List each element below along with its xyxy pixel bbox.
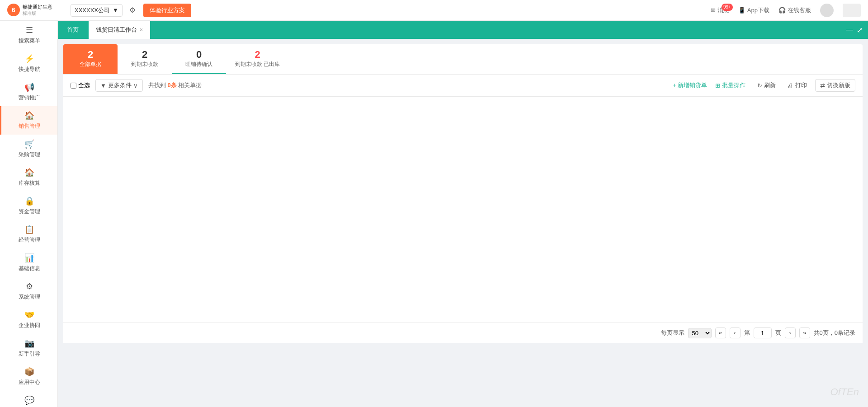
- quick-nav-icon: ⚡: [24, 54, 34, 64]
- header-right: ✉ 消息 99+ 📱 App下载 🎧 在线客服: [711, 4, 861, 17]
- sidebar-item-marketing[interactable]: 📢 营销推广: [0, 78, 57, 106]
- sidebar-label-basicinfo: 基础信息: [19, 265, 40, 272]
- page-input[interactable]: [754, 327, 772, 338]
- print-button[interactable]: 🖨 打印: [784, 80, 811, 91]
- summary-tab-overdue-out[interactable]: 2 到期未收款 已出库: [226, 44, 289, 74]
- select-all-label: 全选: [78, 81, 90, 89]
- active-tab-label: 钱货日清工作台: [96, 26, 137, 34]
- new-order-button[interactable]: + 新增销货单: [673, 81, 707, 89]
- toolbar: 全选 ▼ 更多条件 ∨ 共找到 0条 相关单据 + 新增销货单 ⊞ 批量操作 ↻…: [63, 75, 863, 97]
- sidebar-item-appcenter[interactable]: 📦 应用中心: [0, 362, 57, 391]
- tab-overdue-out-label: 到期未收款 已出库: [235, 61, 280, 68]
- sidebar-label-marketing: 营销推广: [19, 94, 40, 102]
- filter-label: 更多条件: [108, 81, 132, 89]
- page-suffix: 页: [775, 329, 781, 337]
- batch-op-button[interactable]: ⊞ 批量操作: [712, 80, 749, 91]
- sidebar-item-wechat[interactable]: 💬 企业微信: [0, 391, 57, 407]
- tab-close-button[interactable]: ×: [140, 27, 143, 33]
- empty-state: [63, 97, 863, 277]
- messages-badge: 99+: [722, 4, 733, 11]
- messages-button[interactable]: ✉ 消息 99+: [711, 6, 729, 14]
- tab-expand-button[interactable]: ⤢: [857, 26, 863, 34]
- sidebar-item-quicknav[interactable]: ⚡ 快捷导航: [0, 49, 57, 78]
- sidebar-item-sales[interactable]: 🏠 销售管理: [0, 106, 57, 135]
- switch-version-button[interactable]: ⇄ 切换新版: [815, 79, 855, 92]
- online-service-button[interactable]: 🎧 在线客服: [778, 6, 811, 14]
- summary-tab-overdue[interactable]: 2 到期未收款: [118, 44, 172, 74]
- sidebar-label-finance: 资金管理: [19, 208, 40, 215]
- filter-chevron: ∨: [133, 82, 138, 89]
- tab-active[interactable]: 钱货日清工作台 ×: [89, 21, 150, 39]
- guide-icon: 📷: [24, 338, 34, 348]
- system-icon: ⚙: [26, 281, 33, 291]
- summary-tab-pending[interactable]: 0 旺铺待确认: [172, 44, 226, 74]
- select-all-checkbox[interactable]: 全选: [71, 81, 90, 89]
- tab-home[interactable]: 首页: [58, 21, 88, 39]
- tab-pending-label: 旺铺待确认: [185, 61, 212, 68]
- user-info[interactable]: [843, 4, 861, 17]
- first-page-button[interactable]: «: [715, 327, 726, 338]
- refresh-button[interactable]: ↻ 刷新: [754, 80, 779, 91]
- refresh-icon: ↻: [757, 82, 762, 89]
- content-area: [63, 97, 863, 323]
- tab-overdue-count: 2: [142, 49, 147, 61]
- print-label: 打印: [795, 81, 807, 89]
- settings-button[interactable]: ⚙: [126, 4, 139, 17]
- sidebar-label-purchase: 采购管理: [19, 151, 40, 159]
- last-page-button[interactable]: »: [799, 327, 810, 338]
- sidebar-label-appcenter: 应用中心: [19, 379, 40, 386]
- per-page-select[interactable]: 50 100 200: [688, 328, 712, 338]
- sidebar-label-quicknav: 快捷导航: [19, 65, 40, 73]
- sidebar-item-purchase[interactable]: 🛒 采购管理: [0, 135, 57, 163]
- sales-icon: 🏠: [24, 111, 34, 121]
- prev-page-button[interactable]: ‹: [730, 327, 741, 338]
- inventory-icon: 🏠: [24, 168, 34, 178]
- tab-actions: — ⤢: [846, 26, 868, 34]
- cooperation-icon: 🤝: [24, 310, 34, 320]
- filter-button[interactable]: ▼ 更多条件 ∨: [95, 79, 143, 92]
- marketing-icon: 📢: [24, 82, 34, 92]
- top-header: 6 畅捷通好生意 标准版 XXXXXX公司 ▼ ⚙ 体验行业方案 ✉ 消息 99…: [0, 0, 868, 21]
- app-logo: 6: [7, 4, 20, 16]
- batch-op-label: 批量操作: [722, 81, 745, 89]
- batch-op-icon: ⊞: [715, 82, 720, 89]
- sidebar-item-finance[interactable]: 🔒 资金管理: [0, 192, 57, 220]
- next-page-button[interactable]: ›: [785, 327, 796, 338]
- sidebar-label-operations: 经营管理: [19, 236, 40, 244]
- company-name: XXXXXX公司: [75, 6, 110, 14]
- tab-minimize-button[interactable]: —: [846, 26, 853, 34]
- sidebar-item-basicinfo[interactable]: 📊 基础信息: [0, 248, 57, 277]
- search-menu-icon: ☰: [26, 25, 33, 35]
- service-icon: 🎧: [778, 7, 786, 14]
- toolbar-right: + 新增销货单 ⊞ 批量操作 ↻ 刷新 🖨 打印 ⇄ 切换新版: [673, 79, 855, 92]
- found-text: 共找到 0条 相关单据: [148, 81, 202, 89]
- sidebar-item-search[interactable]: ☰ 搜索菜单: [0, 21, 57, 49]
- tab-pending-count: 0: [196, 49, 202, 61]
- download-icon: 📱: [738, 7, 745, 14]
- sidebar-item-guide[interactable]: 📷 新手引导: [0, 334, 57, 362]
- sidebar-label-cooperation: 企业协同: [19, 322, 40, 329]
- sidebar-item-system[interactable]: ⚙ 系统管理: [0, 277, 57, 305]
- switch-icon: ⇄: [820, 82, 825, 89]
- app-name: 畅捷通好生意: [23, 4, 52, 10]
- sidebar-item-inventory[interactable]: 🏠 库存核算: [0, 163, 57, 192]
- tab-overdue-label: 到期未收款: [131, 61, 158, 68]
- sidebar-item-operations[interactable]: 📋 经营管理: [0, 220, 57, 248]
- app-download-button[interactable]: 📱 App下载: [738, 6, 769, 14]
- select-all-input[interactable]: [71, 83, 76, 89]
- trial-button[interactable]: 体验行业方案: [143, 4, 191, 17]
- avatar[interactable]: [820, 4, 834, 17]
- found-count: 0条: [168, 82, 177, 89]
- summary-tab-all[interactable]: 2 全部单据: [63, 44, 118, 74]
- main-content: 2 全部单据 2 到期未收款 0 旺铺待确认 2 到期未收款 已出库 全选 ▼ …: [58, 39, 868, 407]
- sidebar-item-cooperation[interactable]: 🤝 企业协同: [0, 305, 57, 334]
- tab-all-label: 全部单据: [80, 61, 101, 68]
- basicinfo-icon: 📊: [24, 253, 34, 263]
- sidebar-label-inventory: 库存核算: [19, 179, 40, 187]
- app-version: 标准版: [23, 10, 52, 17]
- company-dropdown-icon: ▼: [113, 7, 118, 14]
- sidebar-label-system: 系统管理: [19, 293, 40, 301]
- filter-icon: ▼: [100, 82, 106, 89]
- company-selector[interactable]: XXXXXX公司 ▼: [71, 4, 123, 17]
- sidebar-label-guide: 新手引导: [19, 350, 40, 358]
